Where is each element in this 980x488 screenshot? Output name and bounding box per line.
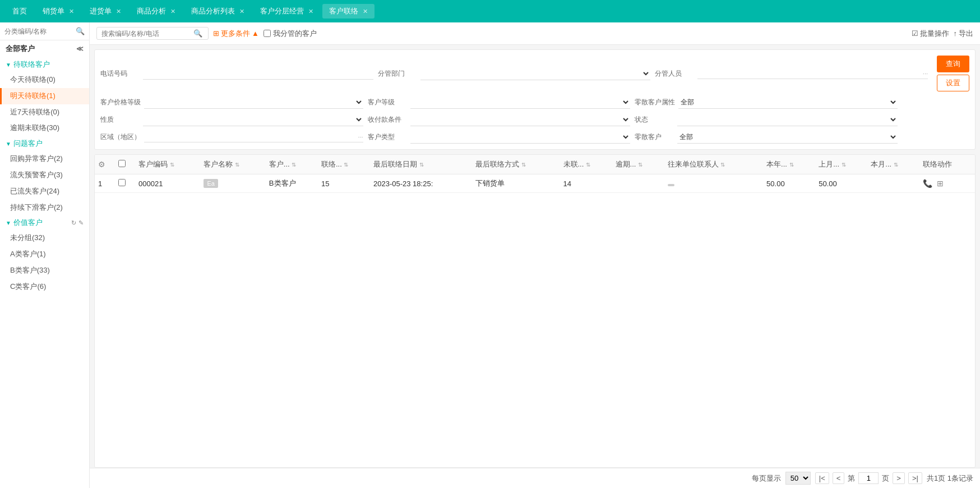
th-code-sort[interactable]: ⇅ [170,162,174,168]
th-checkbox [115,155,135,174]
nav-customer-mgmt[interactable]: 客户分层经营 ✕ [253,4,320,19]
filter-dept-select[interactable] [420,69,651,78]
sidebar-item-today[interactable]: 今天待联络(0) [0,72,89,88]
filter-retail-customer-select[interactable]: 全部 [677,132,898,141]
my-customers-checkbox[interactable]: 我分管的客户 [264,29,317,39]
row-phone-icon[interactable]: 📞 [923,179,932,188]
filter-customer-type-select[interactable] [410,132,631,141]
sidebar-item-ungrouped[interactable]: 未分组(32) [0,230,89,246]
td-last-type: 下销货单 [472,174,560,193]
th-name-sort[interactable]: ⇅ [235,162,239,168]
sidebar-item-churned[interactable]: 已流失客户(24) [0,183,89,200]
problem-collapse-icon[interactable]: ▼ [6,141,11,147]
search-icon[interactable]: 🔍 [193,29,202,38]
nav-purchase[interactable]: 进货单 ✕ [83,4,128,19]
more-conditions-arrow: ▲ [252,29,259,38]
th-contacts-sort[interactable]: ⇅ [344,162,348,168]
pager-first-btn[interactable]: |< [815,472,829,484]
value-refresh-icon[interactable]: ↻ [71,219,76,227]
sidebar-item-churn-warning[interactable]: 流失预警客户(3) [0,167,89,183]
filter-phone-input[interactable] [143,70,373,77]
nav-analysis-close[interactable]: ✕ [170,8,175,15]
all-customers-section[interactable]: 全部客户 ≪ [0,40,89,57]
value-collapse-icon[interactable]: ▼ [6,220,11,226]
sidebar-search-input[interactable] [4,27,73,35]
th-contacts: 联络... ⇅ [318,155,370,174]
sidebar-item-a-class[interactable]: A类客户(1) [0,246,89,263]
nav-analysis[interactable]: 商品分析 ✕ [130,4,182,19]
my-customers-check[interactable] [264,30,271,37]
sidebar-item-overdue[interactable]: 逾期未联络(30) [0,120,89,136]
my-customers-label: 我分管的客户 [273,29,317,39]
table-area: ⚙ 客户编码 ⇅ 客户名称 ⇅ [94,154,976,468]
th-overdue-sort[interactable]: ⇅ [638,162,642,168]
batch-ops-btn[interactable]: ☑ 批量操作 [912,29,949,39]
pager-prev-btn[interactable]: < [833,472,845,484]
nav-analysis-list[interactable]: 商品分析列表 ✕ [184,4,251,19]
filter-status-select[interactable] [677,115,898,124]
row-grid-icon[interactable]: ⊞ [937,179,944,188]
sidebar: 🔍 全部客户 ≪ ▼ 待联络客户 今天待联络(0) 明天待联络(1) 近7天待联… [0,22,90,488]
more-conditions-btn[interactable]: ⊞ 更多条件 ▲ [213,29,259,39]
batch-ops-label: 批量操作 [920,29,949,39]
query-btn[interactable]: 查询 [937,56,969,72]
page-input[interactable] [858,472,879,484]
td-action: 📞 ⊞ [919,174,975,193]
filter-phone-label: 电话号码 [100,69,140,79]
nav-analysis-list-close[interactable]: ✕ [239,8,244,15]
filter-person-dots[interactable]: ··· [923,70,928,77]
sidebar-item-abnormal[interactable]: 回购异常客户(2) [0,151,89,167]
filter-customer-level-select[interactable] [410,98,631,107]
pending-collapse-icon[interactable]: ▼ [6,62,11,68]
export-btn[interactable]: ↑ 导出 [954,29,974,39]
th-last-type-sort[interactable]: ⇅ [521,162,526,168]
filter-status: 状态 [635,113,898,126]
table-settings-icon[interactable]: ⚙ [98,160,105,169]
sidebar-item-tomorrow[interactable]: 明天待联络(1) [0,88,89,104]
filter-retail-attr-select[interactable]: 全部 [678,98,898,107]
filter-gender-select[interactable] [143,115,363,124]
filter-payment-select[interactable] [410,115,631,124]
sidebar-group-problem: ▼ 问题客户 [0,136,89,151]
filter-person-label: 分管人员 [655,69,694,79]
filter-price-level-select[interactable] [144,98,363,107]
set-btn[interactable]: 设置 [937,75,969,91]
pager-last-btn[interactable]: >| [908,472,922,484]
sidebar-item-week[interactable]: 近7天待联络(0) [0,104,89,121]
collapse-icon[interactable]: ≪ [76,45,84,53]
nav-customer-contact[interactable]: 客户联络 ✕ [322,4,375,19]
nav-sales[interactable]: 销货单 ✕ [36,4,81,19]
nav-customer-contact-close[interactable]: ✕ [363,8,368,15]
table-header-row: ⚙ 客户编码 ⇅ 客户名称 ⇅ [95,155,975,174]
th-last-month-sort[interactable]: ⇅ [842,162,846,168]
nav-customer-mgmt-close[interactable]: ✕ [308,8,313,15]
per-page-select[interactable]: 50 [785,472,811,485]
content-area: 🔍 ⊞ 更多条件 ▲ 我分管的客户 ☑ 批量操作 ↑ 导出 [90,22,980,488]
th-name: 客户名称 ⇅ [200,155,265,174]
nav-sales-close[interactable]: ✕ [69,8,74,15]
th-type-sort[interactable]: ⇅ [292,162,296,168]
problem-group-label: 问题客户 [13,139,43,149]
sidebar-item-c-class[interactable]: C类客户(6) [0,279,89,295]
sidebar-search-icon[interactable]: 🔍 [76,27,85,35]
value-edit-icon[interactable]: ✎ [78,219,84,227]
select-all-checkbox[interactable] [118,160,126,167]
td-unit-contact [664,174,763,193]
row-checkbox[interactable] [118,179,126,186]
last-contact-type-link[interactable]: 下销货单 [475,179,505,187]
th-this-year-sort[interactable]: ⇅ [789,162,794,168]
th-this-month-sort[interactable]: ⇅ [894,162,898,168]
sidebar-item-declining[interactable]: 持续下滑客户(2) [0,200,89,216]
filter-region-dots[interactable]: ··· [358,133,363,140]
pager-next-btn[interactable]: > [893,472,905,484]
th-no-contact-sort[interactable]: ⇅ [586,162,590,168]
nav-purchase-close[interactable]: ✕ [116,8,121,15]
footer: 每页显示 50 |< < 第 页 > >| 共1页 1条记录 [90,468,980,488]
nav-home[interactable]: 首页 [6,4,34,19]
filter-retail-customer-label: 零散客户 [635,132,674,142]
nav-analysis-label: 商品分析 [137,6,166,16]
sidebar-item-b-class[interactable]: B类客户(33) [0,263,89,279]
search-input[interactable] [101,30,191,38]
th-unit-contact-sort[interactable]: ⇅ [720,162,725,168]
th-last-date-sort[interactable]: ⇅ [419,162,424,168]
